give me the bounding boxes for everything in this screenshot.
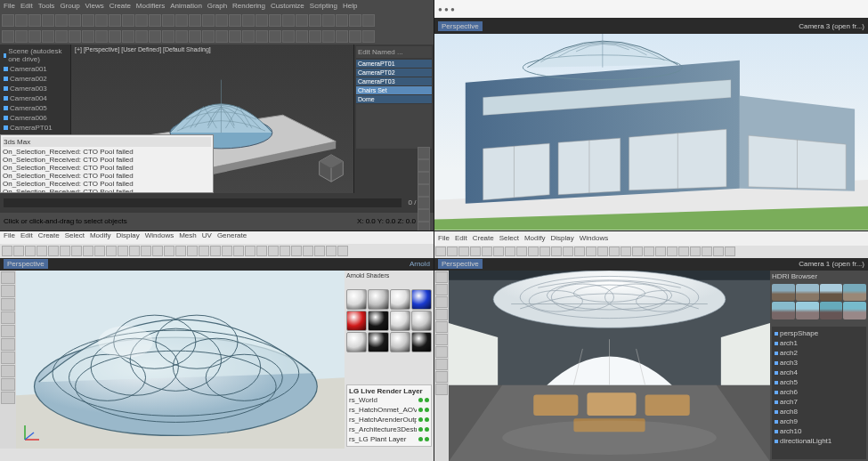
toolbar-button[interactable] [149,30,161,43]
toolbar-button[interactable] [162,14,174,27]
material-swatch[interactable] [411,289,432,310]
tool-button[interactable] [1,378,15,391]
tool-button[interactable] [435,371,448,383]
tool-button[interactable] [1,325,15,337]
status-button[interactable] [418,197,430,209]
shelf-button[interactable] [210,246,221,256]
menu-bar[interactable]: FileEditCreateSelectModifyDisplayWindows… [0,231,434,244]
toolbar-button[interactable] [447,247,458,256]
toolbar-button[interactable] [82,30,94,43]
toolbar-button[interactable] [135,14,148,27]
material-swatch[interactable] [368,332,388,352]
tool-button[interactable] [435,334,448,345]
toolbar-button[interactable] [309,14,321,27]
inspector-panel[interactable]: HDRI Browser perspShapearch1arch2arch3ar… [770,271,868,462]
shelf-button[interactable] [314,246,325,256]
shelf-button[interactable] [326,246,337,256]
menu-modify[interactable]: Modify [524,234,546,242]
toolbar-button[interactable] [2,30,14,43]
tool-button[interactable] [1,285,15,297]
toolbox[interactable] [434,271,449,462]
toolbar-button[interactable] [621,247,631,256]
viewcube[interactable] [314,151,348,185]
timeline[interactable]: 0 / 100 [0,193,434,213]
shelf-button[interactable] [83,246,93,256]
toolbar-button[interactable] [55,30,68,43]
shelf-button[interactable] [48,246,59,256]
toolbar-button[interactable] [242,30,255,43]
outliner-item[interactable]: arch2 [774,348,864,358]
viewport-tab[interactable]: Perspective [438,259,483,269]
shelf-button[interactable] [164,246,174,256]
material-swatch[interactable] [368,311,388,331]
selection-set[interactable]: CameraPT01 [356,60,432,68]
render-layer-row[interactable]: rs_Architecture3Destruction [349,425,429,434]
tool-button[interactable] [435,271,448,283]
selection-set[interactable]: Dome [356,95,432,103]
toolbar-button[interactable] [493,247,504,256]
tree-item[interactable]: CameraPT01 [2,123,69,133]
status-button[interactable] [418,159,430,172]
selection-set[interactable]: Chairs Set [356,86,432,94]
material-browser[interactable]: Arnold Shaders LG Live Render Layer rs_W… [345,271,434,449]
tree-item[interactable]: Camera006 [2,113,69,123]
toolbar-button[interactable] [256,30,268,43]
tool-button[interactable] [1,311,15,324]
toolbar-button[interactable] [551,247,562,256]
material-swatch[interactable] [368,289,388,310]
toolbar-button[interactable] [175,30,188,43]
shelf[interactable] [0,244,434,258]
tool-button[interactable] [1,338,15,351]
toolbar-button[interactable] [162,30,174,43]
status-button[interactable] [418,172,430,184]
outliner-item[interactable]: arch8 [774,407,864,417]
shelf-button[interactable] [256,246,267,256]
visibility-dot[interactable] [418,398,423,402]
menu-views[interactable]: Views [85,2,104,11]
hdri-thumbnail[interactable] [796,284,819,302]
toolbar-button[interactable] [242,14,255,27]
toolbar-button[interactable] [109,14,121,27]
menu-edit[interactable]: Edit [20,2,33,11]
menu-graph[interactable]: Graph [207,2,227,11]
shelf-button[interactable] [222,246,232,256]
toolbar-button[interactable] [574,247,585,256]
hdri-thumbnail[interactable] [843,302,866,319]
menu-windows[interactable]: Windows [580,234,608,242]
toolbar-button[interactable] [667,247,677,256]
menu-file[interactable]: File [438,234,450,242]
toolbar-button[interactable] [609,247,620,256]
modifier-stack[interactable] [356,104,432,149]
window-controls[interactable]: ● ● ● [438,5,455,13]
tool-button[interactable] [435,309,448,320]
outliner-item[interactable]: arch7 [774,397,864,407]
toolbar-button[interactable] [690,247,701,256]
tool-button[interactable] [1,392,15,404]
menu-modify[interactable]: Modify [90,231,111,244]
selection-set[interactable]: CameraPT02 [356,69,432,77]
tool-button[interactable] [1,271,15,284]
axis-gizmo[interactable] [21,422,43,443]
toolbar-button[interactable] [516,247,527,256]
toolbar-button[interactable] [95,30,108,43]
menu-file[interactable]: File [4,2,15,11]
menu-select[interactable]: Select [499,234,519,242]
toolbar-button[interactable] [458,247,469,256]
toolbar-button[interactable] [296,14,308,27]
toolbar-button[interactable] [336,30,348,43]
material-swatch[interactable] [346,332,367,352]
tool-button[interactable] [435,321,448,333]
visibility-dot[interactable] [418,437,423,441]
selection-set[interactable]: CameraPT03 [356,77,432,85]
shelf-button[interactable] [303,246,313,256]
toolbar-button[interactable] [597,247,608,256]
shelf-button[interactable] [94,246,105,256]
outliner-item[interactable]: arch10 [774,426,864,436]
toolbar-button[interactable] [42,30,54,43]
hdri-thumbnail[interactable] [772,284,795,302]
visibility-dot[interactable] [418,427,423,432]
toolbar-button[interactable] [269,30,281,43]
toolbar-button[interactable] [202,30,215,43]
shelf-button[interactable] [2,246,12,256]
toolbar-button[interactable] [42,14,54,27]
